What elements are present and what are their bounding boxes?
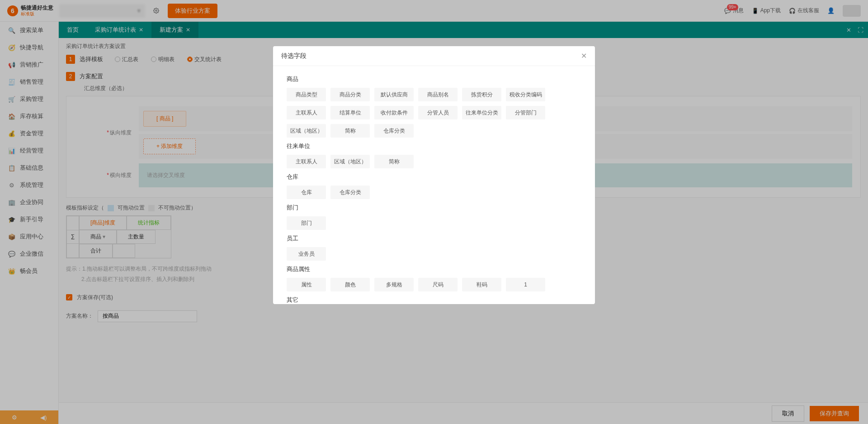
modal-overlay[interactable]	[0, 0, 868, 22]
